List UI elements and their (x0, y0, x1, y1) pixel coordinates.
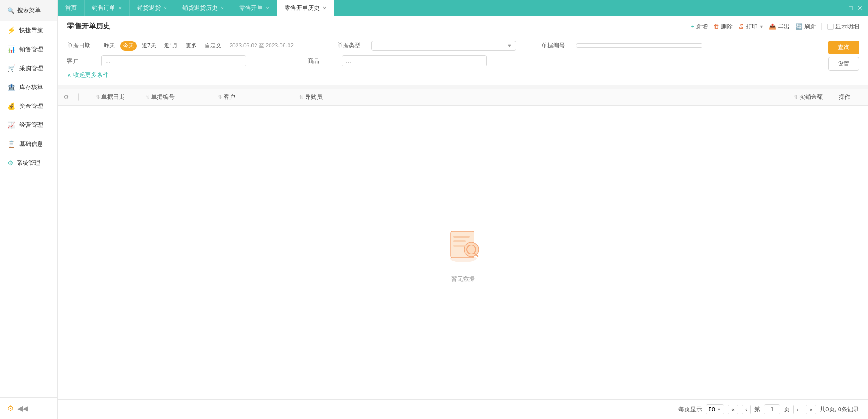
filter-settings-button[interactable]: 设置 (828, 57, 859, 71)
sidebar-search[interactable]: 🔍 搜索菜单 (0, 0, 57, 21)
display-detail-label: 显示明细 (835, 23, 859, 31)
tab-sales-order[interactable]: 销售订单 ✕ (85, 0, 130, 16)
order-num-label: 单据编号 (541, 42, 569, 50)
export-button[interactable]: 📤 导出 (769, 23, 790, 31)
operations-icon: 📈 (7, 121, 16, 129)
tab-sales-return-history-close[interactable]: ✕ (220, 5, 224, 11)
collapse-filter-btn[interactable]: ∧ 收起更多条件 (67, 71, 821, 79)
purchase-mgmt-icon: 🛒 (7, 64, 16, 72)
tab-sales-return[interactable]: 销货退货 ✕ (130, 0, 175, 16)
tab-sales-return-history-label: 销货退货历史 (182, 4, 218, 12)
toolbar: + 新增 🗑 删除 🖨 打印 ▼ 📤 导出 🔄 (691, 23, 859, 31)
system-mgmt-icon: ⚙ (7, 159, 13, 167)
export-label: 导出 (778, 23, 790, 31)
close-btn[interactable]: ✕ (857, 5, 863, 12)
inventory-icon: 🏦 (7, 83, 16, 91)
sidebar-search-label: 搜索菜单 (17, 6, 41, 14)
filter-dates: 昨天 今天 近7天 近1月 更多 自定义 2023-06-02 至 2023-0… (101, 41, 294, 51)
next-page-btn[interactable]: › (793, 405, 802, 414)
page-header: 零售开单历史 + 新增 🗑 删除 🖨 打印 ▼ 📤 导出 (58, 16, 868, 35)
add-button[interactable]: + 新增 (691, 23, 708, 31)
table-header: ⚙ ⇅ 单据日期 ⇅ 单据编号 ⇅ 客户 ⇅ 导购员 (58, 89, 868, 106)
first-page-btn[interactable]: « (728, 405, 738, 414)
th-num: ⇅ 单据编号 (142, 93, 214, 101)
sidebar-item-label: 经营管理 (19, 121, 43, 129)
date-label: 单据日期 (67, 42, 94, 50)
per-page-select[interactable]: 50 ▼ (706, 404, 724, 414)
sidebar: 🔍 搜索菜单 ⚡ 快捷导航 📊 销售管理 🛒 采购管理 🏦 库存核算 💰 资金管… (0, 0, 58, 419)
print-button[interactable]: 🖨 打印 ▼ (738, 23, 764, 31)
date-btn-1month[interactable]: 近1月 (161, 41, 181, 51)
print-icon: 🖨 (738, 23, 744, 30)
tab-sales-order-close[interactable]: ✕ (118, 5, 122, 11)
collapse-label: 收起更多条件 (73, 71, 109, 79)
sidebar-item-inventory[interactable]: 🏦 库存核算 (0, 78, 57, 97)
sidebar-item-sales-mgmt[interactable]: 📊 销售管理 (0, 40, 57, 59)
sort-date-icon[interactable]: ⇅ (96, 94, 100, 99)
sidebar-item-basic-info[interactable]: 📋 基础信息 (0, 135, 57, 154)
customer-label: 客户 (67, 57, 94, 65)
page-number-input[interactable] (764, 404, 780, 414)
sort-customer-icon[interactable]: ⇅ (218, 94, 222, 99)
tab-retail-open-label: 零售开单 (239, 4, 263, 12)
svg-rect-2 (453, 236, 470, 238)
customer-input[interactable]: ... (101, 55, 246, 66)
prev-page-btn[interactable]: ‹ (742, 405, 751, 414)
th-salesperson: ⇅ 导购员 (296, 93, 350, 101)
collapse-sidebar-icon[interactable]: ◀◀ (17, 404, 28, 413)
tab-retail-open-history-close[interactable]: ✕ (323, 5, 327, 11)
tab-sales-return-history[interactable]: 销货退货历史 ✕ (175, 0, 232, 16)
order-type-select[interactable]: ▼ (371, 41, 516, 51)
th-amount-label: 实销金额 (799, 93, 823, 101)
sidebar-item-finance[interactable]: 💰 资金管理 (0, 97, 57, 116)
date-btn-today[interactable]: 今天 (120, 41, 137, 51)
content-area: 零售开单历史 + 新增 🗑 删除 🖨 打印 ▼ 📤 导出 (58, 16, 868, 419)
tab-retail-open-history[interactable]: 零售开单历史 ✕ (277, 0, 334, 16)
refresh-button[interactable]: 🔄 刷新 (795, 23, 816, 31)
print-label: 打印 (746, 23, 758, 31)
add-icon: + (691, 23, 694, 30)
select-all-checkbox-input[interactable] (78, 93, 79, 101)
minimize-btn[interactable]: — (838, 5, 844, 12)
date-btn-7days[interactable]: 近7天 (139, 41, 159, 51)
th-date-label: 单据日期 (101, 93, 125, 101)
per-page-value: 50 (709, 406, 715, 413)
th-amount: ⇅ 实销金额 (781, 93, 826, 101)
date-btn-custom[interactable]: 自定义 (202, 41, 224, 51)
date-btn-more[interactable]: 更多 (183, 41, 199, 51)
quick-nav-icon: ⚡ (7, 26, 16, 34)
sidebar-item-operations[interactable]: 📈 经营管理 (0, 116, 57, 135)
settings-icon[interactable]: ⚙ (7, 404, 14, 413)
per-page-label: 每页显示 (678, 405, 702, 414)
query-button[interactable]: 查询 (828, 41, 859, 54)
sidebar-footer: ⚙ ◀◀ (0, 397, 57, 419)
tab-home-label: 首页 (65, 4, 77, 12)
sidebar-item-quick-nav[interactable]: ⚡ 快捷导航 (0, 21, 57, 40)
print-arrow-icon: ▼ (759, 24, 764, 29)
sidebar-item-label: 资金管理 (19, 102, 43, 110)
delete-button[interactable]: 🗑 删除 (713, 23, 733, 31)
date-btn-yesterday[interactable]: 昨天 (101, 41, 118, 51)
display-detail-button[interactable]: 显示明细 (827, 23, 859, 31)
goods-input[interactable]: ... (342, 55, 487, 66)
tab-retail-open[interactable]: 零售开单 ✕ (232, 0, 277, 16)
tab-sales-return-label: 销货退货 (137, 4, 161, 12)
sidebar-item-purchase-mgmt[interactable]: 🛒 采购管理 (0, 59, 57, 78)
sort-num-icon[interactable]: ⇅ (146, 94, 149, 99)
order-num-input[interactable] (576, 43, 702, 48)
tab-retail-open-close[interactable]: ✕ (266, 5, 270, 11)
delete-icon: 🗑 (713, 23, 719, 30)
sort-amount-icon[interactable]: ⇅ (794, 94, 797, 99)
th-action-label: 操作 (839, 93, 850, 101)
maximize-btn[interactable]: □ (849, 5, 853, 12)
filter-row-1: 单据日期 昨天 今天 近7天 近1月 更多 自定义 2023-06-02 至 2… (67, 41, 821, 51)
order-type-arrow-icon: ▼ (507, 43, 512, 48)
tab-home[interactable]: 首页 (58, 0, 85, 16)
empty-state-icon (441, 222, 486, 268)
select-all-checkbox[interactable] (78, 94, 92, 100)
last-page-btn[interactable]: » (806, 405, 816, 414)
sidebar-item-system-mgmt[interactable]: ⚙ 系统管理 (0, 154, 57, 173)
tab-sales-return-close[interactable]: ✕ (163, 5, 167, 11)
sort-salesperson-icon[interactable]: ⇅ (299, 94, 303, 99)
column-settings-icon[interactable]: ⚙ (63, 94, 78, 101)
